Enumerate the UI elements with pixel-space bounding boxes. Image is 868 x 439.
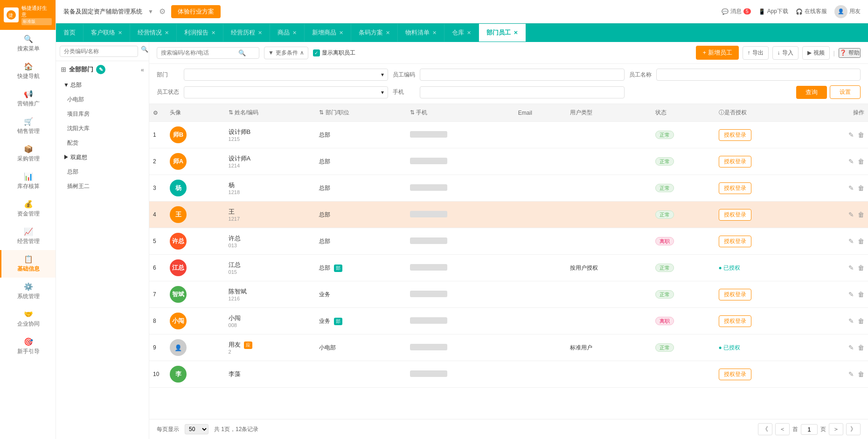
tab-materials[interactable]: 物料清单 ✕: [398, 24, 444, 42]
export-button[interactable]: ↑ 导出: [743, 46, 769, 60]
show-resigned-checkbox[interactable]: ✓: [313, 49, 320, 56]
sidebar-item-operation[interactable]: 📈 经营管理: [0, 223, 56, 250]
search-input[interactable]: [161, 49, 236, 56]
tab-warehouse-close[interactable]: ✕: [467, 30, 471, 36]
tab-dept-staff-close[interactable]: ✕: [514, 30, 518, 36]
auth-button[interactable]: 授权登录: [719, 236, 751, 247]
dept-item-small-elec[interactable]: 小电部: [56, 92, 149, 107]
tab-barcode[interactable]: 条码方案 ✕: [351, 24, 398, 42]
sidebar-item-sales[interactable]: 🛒 销售管理: [0, 112, 56, 140]
edit-icon[interactable]: ✎: [848, 158, 854, 165]
tab-barcode-close[interactable]: ✕: [386, 30, 390, 36]
edit-icon[interactable]: ✎: [848, 184, 854, 192]
tab-materials-close[interactable]: ✕: [432, 30, 437, 36]
import-button[interactable]: ↓ 导入: [772, 46, 799, 60]
dept-edit-button[interactable]: ✎: [96, 65, 105, 74]
tab-new-goods[interactable]: 新增商品 ✕: [305, 24, 351, 42]
tab-home[interactable]: 首页: [56, 24, 83, 42]
tab-goods[interactable]: 商品 ✕: [270, 24, 305, 42]
auth-button[interactable]: 授权登录: [719, 369, 751, 380]
tab-profit[interactable]: 利润报告 ✕: [177, 24, 223, 42]
edit-icon[interactable]: ✎: [848, 264, 854, 272]
emp-name-input[interactable]: [656, 69, 861, 81]
delete-icon[interactable]: 🗑: [858, 158, 864, 165]
tab-business[interactable]: 经营情况 ✕: [130, 24, 177, 42]
phone-input[interactable]: [420, 86, 624, 98]
edit-icon[interactable]: ✎: [848, 131, 854, 139]
dept-search-input[interactable]: [60, 46, 138, 57]
help-button[interactable]: ❓ 帮助: [839, 48, 861, 58]
tab-goods-close[interactable]: ✕: [292, 30, 297, 36]
add-employee-button[interactable]: + 新增员工: [696, 46, 738, 60]
edit-icon[interactable]: ✎: [848, 237, 854, 245]
emp-status-select[interactable]: ▾: [184, 86, 388, 98]
search-icon[interactable]: 🔍: [238, 49, 246, 56]
sort-phone-icon[interactable]: ⇅: [410, 109, 415, 116]
dept-item-hq2[interactable]: 总部: [56, 165, 149, 179]
sidebar-item-finance[interactable]: 💰 资金管理: [0, 195, 56, 223]
dept-group-double[interactable]: ▶ 双庭想: [56, 150, 149, 165]
tab-profit-close[interactable]: ✕: [211, 30, 215, 36]
tab-warehouse[interactable]: 仓库 ✕: [444, 24, 479, 42]
delete-icon[interactable]: 🗑: [858, 131, 864, 139]
sidebar-item-guide[interactable]: 🎯 新手引导: [0, 333, 56, 360]
sidebar-item-purchase[interactable]: 📦 采购管理: [0, 140, 56, 167]
auth-button[interactable]: 授权登录: [719, 209, 751, 221]
dept-item-distribution[interactable]: 配货: [56, 136, 149, 150]
delete-icon[interactable]: 🗑: [858, 264, 864, 272]
trial-button[interactable]: 体验行业方案: [171, 5, 221, 18]
video-button[interactable]: ▶ 视频: [802, 46, 830, 60]
edit-icon[interactable]: ✎: [848, 370, 854, 378]
delete-icon[interactable]: 🗑: [858, 291, 864, 298]
sort-name-icon[interactable]: ⇅: [229, 109, 233, 116]
edit-icon[interactable]: ✎: [848, 211, 854, 218]
show-resigned-wrap[interactable]: ✓ 显示离职员工: [313, 49, 355, 57]
sidebar-item-system[interactable]: ⚙️ 系统管理: [0, 278, 56, 305]
auth-button[interactable]: 授权登录: [719, 182, 751, 194]
message-item[interactable]: 💬 消息 5: [722, 7, 751, 15]
page-input[interactable]: [801, 424, 818, 435]
first-page-button[interactable]: 《: [758, 423, 772, 435]
sidebar-item-basic[interactable]: 📋 基础信息: [0, 250, 56, 278]
settings-icon[interactable]: ⚙: [159, 7, 166, 16]
delete-icon[interactable]: 🗑: [858, 370, 864, 378]
tab-customer-close[interactable]: ✕: [118, 30, 122, 36]
reset-button[interactable]: 设置: [830, 85, 861, 99]
auth-button[interactable]: 授权登录: [719, 156, 751, 167]
dept-search-icon[interactable]: 🔍: [141, 46, 148, 57]
more-filter-button[interactable]: ▼ 更多条件 ∧: [264, 47, 308, 59]
delete-icon[interactable]: 🗑: [858, 344, 864, 351]
dept-item-project[interactable]: 项目库房: [56, 107, 149, 121]
dept-group-hq[interactable]: ▼ 总部: [56, 78, 149, 92]
sidebar-item-marketing[interactable]: 📢 营销推广: [0, 85, 56, 112]
tab-business-close[interactable]: ✕: [165, 30, 169, 36]
tab-dept-staff[interactable]: 部门员工 ✕: [479, 24, 526, 42]
edit-icon[interactable]: ✎: [848, 344, 854, 351]
delete-icon[interactable]: 🗑: [858, 184, 864, 192]
sidebar-item-inventory[interactable]: 📊 库存核算: [0, 167, 56, 195]
auth-button[interactable]: 授权登录: [719, 315, 751, 327]
sort-dept-icon[interactable]: ⇅: [319, 109, 324, 116]
edit-icon[interactable]: ✎: [848, 291, 854, 298]
emp-code-input[interactable]: [420, 69, 624, 81]
edit-icon[interactable]: ✎: [848, 317, 854, 325]
sidebar-item-shortcut[interactable]: 🏠 快捷导航: [0, 57, 56, 85]
dept-item-shenyang[interactable]: 沈阳大库: [56, 121, 149, 136]
query-button[interactable]: 查询: [796, 86, 827, 99]
auth-button[interactable]: 授权登录: [719, 129, 751, 141]
dept-item-vegetable[interactable]: 插树王二: [56, 179, 149, 194]
per-page-select[interactable]: 50 100: [185, 424, 208, 434]
delete-icon[interactable]: 🗑: [858, 211, 864, 218]
dept-collapse-icon[interactable]: «: [141, 66, 144, 73]
online-support-item[interactable]: 🎧 在线客服: [796, 7, 827, 15]
dept-filter-select[interactable]: ▾: [184, 69, 388, 81]
user-item[interactable]: 👤 用友: [834, 5, 861, 18]
sidebar-item-enterprise[interactable]: 🤝 企业协同: [0, 305, 56, 333]
tab-customer[interactable]: 客户联络 ✕: [83, 24, 130, 42]
tab-biz-history-close[interactable]: ✕: [258, 30, 262, 36]
sidebar-item-search[interactable]: 🔍 搜索菜单: [0, 30, 56, 57]
app-download-item[interactable]: 📱 App下载: [758, 7, 788, 15]
col-settings[interactable]: ⚙: [149, 104, 166, 122]
system-dropdown[interactable]: ▼: [148, 8, 153, 15]
delete-icon[interactable]: 🗑: [858, 317, 864, 325]
